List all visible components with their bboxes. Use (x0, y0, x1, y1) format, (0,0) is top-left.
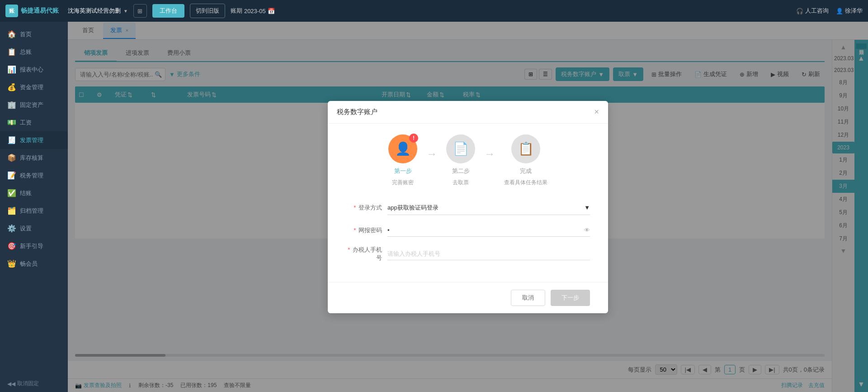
app-container: 账 畅捷通易代账 沈海英测试经营勿删 ▼ ⊞ 工作台 切到旧版 账期 2023-… (0, 0, 868, 392)
login-method-row: * 登录方式 app获取验证码登录 ▼ (346, 201, 590, 215)
member-icon: 👑 (7, 259, 16, 268)
step-1-desc: 完善账密 (392, 179, 414, 186)
sidebar-item-ledger[interactable]: 📋 总账 (0, 43, 68, 61)
company-icon-btn[interactable]: ⊞ (133, 4, 147, 18)
tax-account-modal: 税务数字账户 × 👤 ! (328, 101, 608, 313)
top-bar: 账 畅捷通易代账 沈海英测试经营勿删 ▼ ⊞ 工作台 切到旧版 账期 2023-… (0, 0, 868, 22)
sidebar-label-salary: 工资 (20, 119, 32, 127)
finance-icon: 💰 (7, 83, 16, 91)
next-button[interactable]: 下一步 (551, 290, 590, 306)
tax-icon: 📝 (7, 171, 16, 180)
sidebar-label-close: 结账 (20, 189, 32, 197)
asset-icon: 🏢 (7, 100, 16, 109)
sidebar: 🏠 首页 📋 总账 📊 报表中心 💰 资金管理 🏢 固定资产 💵 工资 (0, 22, 68, 392)
step-2: 📄 第二步 去取票 (446, 134, 475, 186)
calendar-icon[interactable]: 📅 (268, 8, 275, 14)
sidebar-item-home[interactable]: 🏠 首页 (0, 25, 68, 43)
step-arrow-2: → (484, 148, 495, 173)
modal-close-button[interactable]: × (594, 107, 599, 117)
modal-body: 👤 ! 第一步 完善账密 → 📄 (328, 124, 608, 282)
company-selector[interactable]: 沈海英测试经营勿删 ▼ (68, 7, 128, 15)
sidebar-item-guide[interactable]: 🎯 新手引导 (0, 237, 68, 255)
step-1-label: 第一步 (394, 167, 412, 175)
guide-icon: 🎯 (7, 242, 16, 250)
step-2-doc-icon: 📄 (453, 141, 469, 156)
sidebar-label-home: 首页 (20, 30, 32, 38)
sidebar-item-report[interactable]: 📊 报表中心 (0, 61, 68, 78)
step-2-icon: 📄 (446, 134, 475, 163)
password-input[interactable] (387, 224, 590, 237)
sidebar-item-asset[interactable]: 🏢 固定资产 (0, 96, 68, 114)
app-logo: 账 畅捷通易代账 (5, 5, 59, 17)
sidebar-footer-unpin[interactable]: ◀◀ 取消固定 (0, 375, 68, 392)
headset-icon: 🎧 (796, 8, 803, 14)
phone-input-wrap (387, 248, 590, 260)
sidebar-item-inventory[interactable]: 📦 库存核算 (0, 149, 68, 167)
modal-overlay: 税务数字账户 × 👤 ! (68, 22, 868, 392)
top-right-area: 🎧 人工咨询 👤 徐泽华 (796, 7, 863, 15)
sidebar-label-asset: 固定资产 (20, 101, 43, 109)
chevron-down-icon: ▼ (123, 9, 128, 14)
salary-icon: 💵 (7, 118, 16, 127)
modal-header: 税务数字账户 × (328, 101, 608, 124)
sidebar-label-guide: 新手引导 (20, 242, 43, 250)
password-input-wrap: 👁 (387, 224, 590, 237)
logo-icon: 账 (5, 5, 18, 17)
step-arrow-1: → (426, 148, 437, 173)
content-area: 首页 发票 × 销项发票 进项发票 费用小票 (68, 22, 868, 392)
modal-title: 税务数字账户 (337, 108, 377, 116)
sidebar-label-invoice: 发票管理 (20, 136, 43, 144)
step-3-complete-icon: 📋 (518, 141, 534, 156)
sidebar-label-tax: 税务管理 (20, 172, 43, 180)
phone-input[interactable] (387, 248, 590, 260)
sidebar-label-finance: 资金管理 (20, 83, 43, 91)
sidebar-item-settings[interactable]: ⚙️ 设置 (0, 220, 68, 237)
user-info[interactable]: 👤 徐泽华 (836, 7, 863, 15)
settings-icon: ⚙️ (7, 224, 16, 233)
step-2-label: 第二步 (452, 167, 470, 175)
login-method-input-wrap: app获取验证码登录 ▼ (387, 201, 590, 215)
user-avatar-icon: 👤 (836, 8, 843, 14)
invoice-icon: 🧾 (7, 136, 16, 144)
inventory-icon: 📦 (7, 153, 16, 162)
app-name: 畅捷通易代账 (21, 7, 59, 15)
workbench-button[interactable]: 工作台 (152, 4, 184, 18)
sidebar-label-report: 报表中心 (20, 66, 43, 74)
ledger-icon: 📋 (7, 48, 16, 56)
sidebar-label-archive: 归档管理 (20, 207, 43, 215)
required-star-2: * (354, 227, 356, 234)
step-3-desc: 查看具体任务结果 (504, 179, 547, 186)
sidebar-item-finance[interactable]: 💰 资金管理 (0, 78, 68, 96)
sidebar-item-member[interactable]: 👑 畅会员 (0, 255, 68, 272)
sidebar-label-inventory: 库存核算 (20, 154, 43, 162)
sidebar-item-close[interactable]: ✅ 结账 (0, 184, 68, 202)
sidebar-item-tax[interactable]: 📝 税务管理 (0, 167, 68, 184)
steps-indicator: 👤 ! 第一步 完善账密 → 📄 (346, 134, 590, 186)
login-method-label: * 登录方式 (346, 204, 382, 212)
modal-footer: 取消 下一步 (328, 282, 608, 313)
step-3-icon: 📋 (511, 134, 540, 163)
step-1-badge: ! (409, 134, 418, 143)
report-icon: 📊 (7, 65, 16, 74)
step-1-icon: 👤 ! (388, 134, 417, 163)
sidebar-item-invoice[interactable]: 🧾 发票管理 (0, 131, 68, 149)
password-wrap: 👁 (387, 224, 590, 237)
company-name: 沈海英测试经营勿删 (68, 7, 121, 15)
required-star-3: * (348, 246, 350, 253)
sidebar-item-archive[interactable]: 🗂️ 归档管理 (0, 202, 68, 220)
password-label: * 网报密码 (346, 226, 382, 234)
main-content: 🏠 首页 📋 总账 📊 报表中心 💰 资金管理 🏢 固定资产 💵 工资 (0, 22, 868, 392)
login-method-select[interactable]: app获取验证码登录 ▼ (387, 201, 590, 215)
archive-icon: 🗂️ (7, 206, 16, 215)
step-3-label: 完成 (520, 167, 532, 175)
pin-icon: ◀◀ (7, 381, 15, 387)
sidebar-label-ledger: 总账 (20, 48, 32, 56)
switch-version-button[interactable]: 切到旧版 (190, 4, 225, 18)
required-star: * (354, 204, 356, 211)
password-row: * 网报密码 👁 (346, 224, 590, 237)
step-1-person-icon: 👤 (395, 141, 411, 156)
support-button[interactable]: 🎧 人工咨询 (796, 7, 829, 15)
cancel-button[interactable]: 取消 (511, 290, 545, 306)
eye-icon[interactable]: 👁 (584, 227, 590, 234)
sidebar-item-salary[interactable]: 💵 工资 (0, 114, 68, 131)
